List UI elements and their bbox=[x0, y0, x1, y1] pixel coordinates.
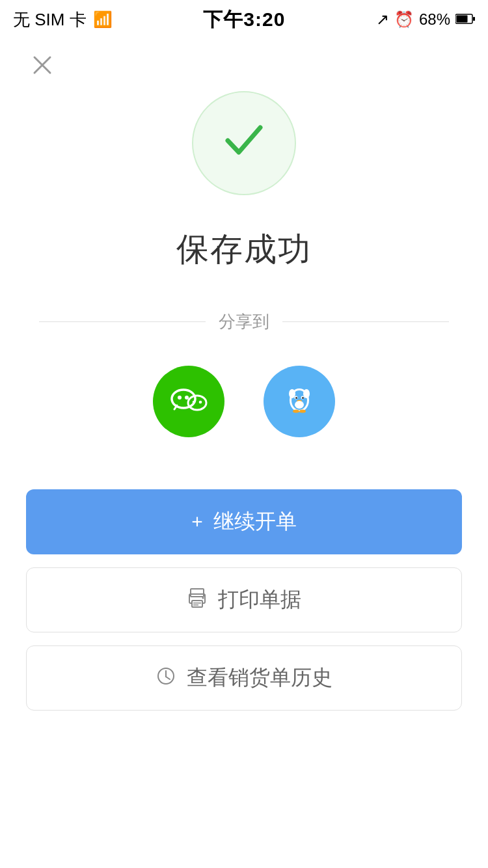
svg-rect-26 bbox=[193, 603, 201, 604]
svg-point-18 bbox=[295, 401, 304, 409]
svg-point-9 bbox=[192, 400, 195, 403]
success-title: 保存成功 bbox=[176, 228, 312, 271]
qq-share-button[interactable] bbox=[264, 366, 335, 437]
svg-rect-25 bbox=[192, 601, 202, 607]
svg-rect-27 bbox=[193, 604, 198, 606]
svg-point-16 bbox=[302, 397, 304, 399]
svg-point-7 bbox=[178, 396, 182, 400]
success-circle bbox=[192, 91, 296, 195]
main-content: 保存成功 分享到 bbox=[0, 39, 488, 711]
print-icon bbox=[187, 588, 208, 613]
divider-right bbox=[282, 321, 449, 322]
wechat-share-button[interactable] bbox=[153, 366, 224, 437]
plus-icon: + bbox=[191, 511, 203, 533]
svg-point-8 bbox=[185, 396, 189, 400]
clock-icon bbox=[156, 666, 176, 691]
svg-point-22 bbox=[303, 389, 310, 398]
battery-icon bbox=[455, 10, 475, 29]
svg-rect-1 bbox=[456, 16, 467, 23]
share-icons bbox=[153, 366, 335, 437]
svg-point-20 bbox=[299, 409, 306, 413]
action-buttons: + 继续开单 打印单据 bbox=[0, 489, 488, 711]
share-label: 分享到 bbox=[206, 310, 282, 333]
history-label: 查看销货单历史 bbox=[187, 664, 332, 692]
share-divider: 分享到 bbox=[0, 310, 488, 333]
close-button[interactable] bbox=[26, 49, 59, 81]
svg-point-19 bbox=[293, 409, 299, 413]
continue-button[interactable]: + 继续开单 bbox=[26, 489, 462, 554]
battery-label: 68% bbox=[419, 10, 450, 29]
svg-rect-23 bbox=[191, 589, 204, 597]
divider-left bbox=[39, 321, 206, 322]
status-left: 无 SIM 卡 📶 bbox=[13, 8, 113, 31]
print-button[interactable]: 打印单据 bbox=[26, 567, 462, 632]
svg-line-31 bbox=[166, 677, 170, 679]
continue-label: 继续开单 bbox=[213, 508, 297, 536]
history-button[interactable]: 查看销货单历史 bbox=[26, 645, 462, 711]
svg-point-15 bbox=[295, 397, 297, 399]
wifi-icon: 📶 bbox=[93, 10, 113, 29]
check-icon bbox=[218, 113, 270, 174]
alarm-icon: ⏰ bbox=[394, 10, 414, 29]
svg-point-6 bbox=[188, 396, 206, 410]
sim-label: 无 SIM 卡 bbox=[13, 8, 87, 31]
svg-point-21 bbox=[289, 389, 295, 398]
svg-point-5 bbox=[172, 390, 195, 408]
svg-point-28 bbox=[202, 597, 204, 599]
status-bar: 无 SIM 卡 📶 下午3:20 ↗ ⏰ 68% bbox=[0, 0, 488, 39]
print-label: 打印单据 bbox=[218, 586, 301, 614]
svg-point-10 bbox=[198, 400, 202, 403]
svg-rect-2 bbox=[473, 17, 475, 21]
status-time: 下午3:20 bbox=[203, 7, 285, 33]
status-right: ↗ ⏰ 68% bbox=[376, 10, 475, 29]
location-icon: ↗ bbox=[376, 10, 389, 29]
